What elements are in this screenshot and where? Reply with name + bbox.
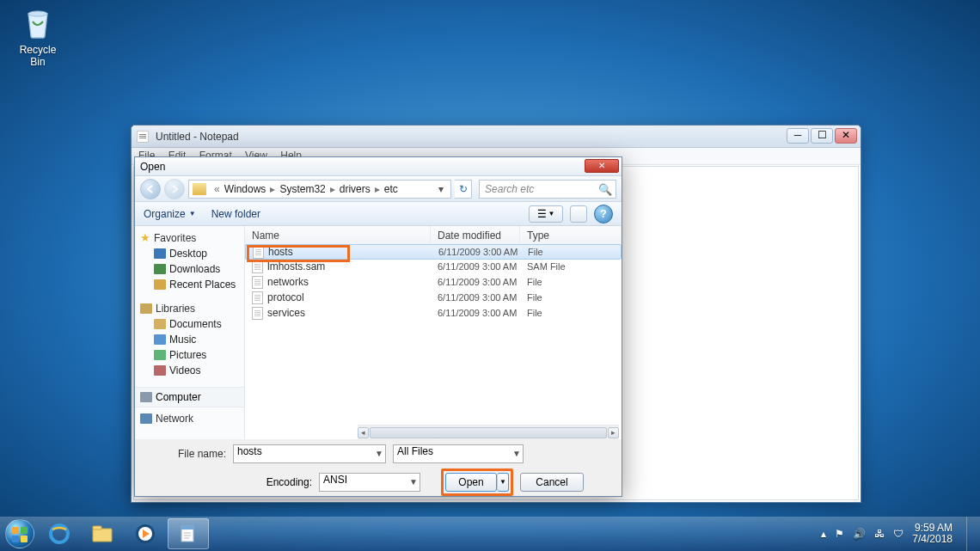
file-icon [252, 291, 263, 304]
cancel-button[interactable]: Cancel [520, 473, 584, 492]
start-button[interactable] [2, 517, 38, 551]
nav-bar: « Windows▸ System32▸ drivers▸ etc ▾ ↻ Se… [135, 176, 622, 202]
file-row[interactable]: protocol6/11/2009 3:00 AMFile [245, 290, 622, 305]
file-name: networks [267, 276, 309, 288]
taskbar-notepad[interactable] [168, 518, 209, 549]
file-name: lmhosts.sam [267, 260, 325, 272]
navigation-pane: ★Favorites Desktop Downloads Recent Plac… [135, 226, 245, 439]
minimize-button[interactable]: ─ [787, 128, 809, 144]
file-type: SAM File [520, 261, 573, 272]
file-name-input[interactable]: hosts▼ [233, 444, 386, 463]
libraries-icon [140, 303, 152, 314]
recycle-bin-icon [21, 7, 55, 40]
file-name-label: File name: [144, 448, 226, 460]
open-dialog: Open ✕ « Windows▸ System32▸ drivers▸ etc… [134, 156, 622, 497]
breadcrumb[interactable]: « Windows▸ System32▸ drivers▸ etc ▾ [188, 180, 451, 199]
file-row[interactable]: networks6/11/2009 3:00 AMFile [245, 274, 622, 290]
file-type: File [520, 308, 549, 318]
encoding-select[interactable]: ANSI▼ [319, 473, 420, 492]
file-name: services [267, 307, 305, 319]
file-type-filter[interactable]: All Files▼ [393, 444, 524, 463]
refresh-button[interactable]: ↻ [455, 180, 472, 199]
search-icon: 🔍 [598, 183, 612, 196]
nav-item-recent-places[interactable]: Recent Places [135, 277, 244, 292]
network-icon [140, 413, 152, 424]
open-dropdown-button[interactable]: ▼ [497, 473, 509, 492]
back-button[interactable] [140, 179, 161, 199]
notepad-icon [137, 131, 149, 143]
breadcrumb-seg[interactable]: etc [383, 183, 400, 195]
new-folder-button[interactable]: New folder [211, 208, 260, 220]
notepad-title: Untitled - Notepad [156, 131, 239, 143]
nav-computer[interactable]: Computer [135, 387, 244, 407]
file-name: hosts [268, 246, 293, 258]
nav-item-documents[interactable]: Documents [135, 316, 244, 332]
view-mode-button[interactable]: ☰ ▼ [529, 205, 563, 223]
file-date: 6/11/2009 3:00 AM [431, 277, 520, 287]
nav-item-pictures[interactable]: Pictures [135, 347, 244, 363]
tray-network-icon[interactable]: 🖧 [874, 528, 885, 540]
file-row[interactable]: lmhosts.sam6/11/2009 3:00 AMSAM File [245, 259, 622, 274]
breadcrumb-seg[interactable]: Windows [223, 183, 268, 195]
file-type: File [520, 292, 549, 303]
nav-network[interactable]: Network [135, 407, 244, 426]
maximize-button[interactable]: ☐ [811, 128, 833, 144]
svg-rect-3 [93, 526, 101, 530]
tray-security-icon[interactable]: 🛡 [893, 528, 903, 540]
taskbar-ie[interactable] [39, 518, 80, 549]
taskbar-media-player[interactable] [125, 518, 166, 549]
nav-item-downloads[interactable]: Downloads [135, 261, 244, 277]
file-date: 6/11/2009 3:00 AM [431, 292, 520, 303]
ie-icon [48, 523, 70, 545]
file-icon [252, 276, 263, 289]
notepad-taskbar-icon [178, 523, 199, 544]
organize-button[interactable]: Organize ▼ [144, 208, 196, 220]
tray-show-hidden-icon[interactable]: ▴ [821, 528, 826, 540]
recycle-bin[interactable]: Recycle Bin [12, 7, 64, 68]
recycle-bin-label: Recycle Bin [12, 44, 64, 68]
breadcrumb-seg[interactable]: drivers [338, 183, 372, 195]
column-header-date[interactable]: Date modified [431, 226, 520, 244]
dialog-footer: File name: hosts▼ All Files▼ Encoding: A… [135, 439, 622, 496]
file-date: 6/11/2009 3:00 AM [431, 261, 520, 272]
nav-item-desktop[interactable]: Desktop [135, 246, 244, 261]
file-icon [253, 246, 264, 259]
windows-logo-icon [5, 519, 34, 548]
file-icon [252, 260, 263, 273]
file-icon [252, 307, 263, 320]
system-tray: ▴ ⚑ 🔊 🖧 🛡 9:59 AM 7/4/2018 [821, 517, 978, 551]
nav-favorites[interactable]: Favorites [154, 232, 196, 244]
dialog-titlebar[interactable]: Open ✕ [135, 157, 622, 176]
taskbar-clock[interactable]: 9:59 AM 7/4/2018 [912, 523, 952, 545]
breadcrumb-dropdown[interactable]: ▾ [435, 183, 447, 195]
search-input[interactable]: Search etc 🔍 [479, 180, 616, 199]
tray-action-center-icon[interactable]: ⚑ [835, 528, 844, 540]
media-player-icon [134, 523, 156, 545]
tray-volume-icon[interactable]: 🔊 [853, 528, 866, 540]
dialog-title: Open [140, 161, 165, 173]
file-type: File [520, 277, 549, 287]
nav-item-videos[interactable]: Videos [135, 363, 244, 378]
close-button[interactable]: ✕ [835, 128, 857, 144]
nav-libraries[interactable]: Libraries [156, 303, 195, 315]
computer-icon [140, 392, 152, 402]
column-header-type[interactable]: Type [520, 226, 622, 244]
file-row[interactable]: hosts6/11/2009 3:00 AMFile [245, 244, 622, 260]
svg-point-0 [28, 11, 47, 16]
svg-rect-7 [181, 526, 193, 530]
taskbar-explorer[interactable] [82, 518, 123, 549]
file-date: 6/11/2009 3:00 AM [431, 308, 520, 318]
help-button[interactable]: ? [594, 205, 613, 223]
forward-button[interactable] [164, 179, 185, 199]
column-header-name[interactable]: Name [245, 226, 431, 244]
horizontal-scrollbar[interactable]: ◂▸ [358, 425, 619, 439]
file-row[interactable]: services6/11/2009 3:00 AMFile [245, 305, 622, 321]
show-desktop-button[interactable] [966, 517, 975, 551]
nav-item-music[interactable]: Music [135, 332, 244, 347]
preview-pane-button[interactable] [570, 205, 587, 223]
encoding-label: Encoding: [144, 476, 312, 488]
open-button[interactable]: Open [445, 473, 497, 492]
breadcrumb-seg[interactable]: System32 [278, 183, 327, 195]
dialog-close-button[interactable]: ✕ [585, 159, 619, 173]
notepad-titlebar[interactable]: Untitled - Notepad ─ ☐ ✕ [132, 126, 861, 148]
